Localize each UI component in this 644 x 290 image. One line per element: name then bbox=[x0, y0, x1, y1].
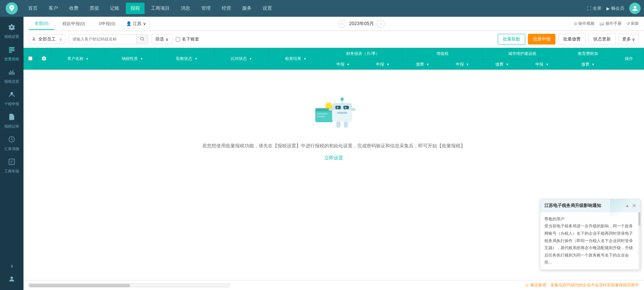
col-settings[interactable] bbox=[37, 48, 51, 70]
empty-state: 若您想使用批量报税功能，请先在【报税设置】中进行报税的初始化设置，完成密码验证和… bbox=[24, 70, 644, 181]
notif-scrollthumb[interactable] bbox=[638, 212, 640, 226]
vip-btn[interactable]: ▶ 畅会员 bbox=[606, 5, 624, 11]
sidebar-label-bizreport: 工商年报 bbox=[4, 169, 19, 174]
bulk-declare-btn[interactable]: 批量申报 bbox=[528, 34, 555, 45]
tabs-bar: 全部(0) 税款申报(0) 0申报(0) 👤 江苏 ∨ ‹ 2023年05月 › bbox=[23, 17, 644, 31]
account-checkbox-label[interactable]: 名下账套 bbox=[176, 36, 199, 42]
sidebar-download[interactable]: ⬇ bbox=[0, 261, 23, 272]
notif-scrollbar bbox=[638, 212, 640, 270]
nav-service[interactable]: 服务 bbox=[237, 3, 256, 14]
top-nav: 首页 客户 收费 票据 记账 报税 工商项目 消息 管理 经营 服务 设置 ⛶ … bbox=[0, 0, 644, 17]
sort-icon8: ▼ bbox=[426, 63, 429, 66]
tab-zero-declare[interactable]: 0申报(0) bbox=[93, 18, 121, 29]
search-input[interactable] bbox=[69, 35, 136, 43]
more-btn[interactable]: 更多 ∨ bbox=[619, 34, 639, 45]
search-button[interactable] bbox=[136, 35, 148, 44]
sidebar-item-personal[interactable]: 个税申报 bbox=[0, 87, 23, 110]
notif-content: 尊敬的用户: 受当前电子税务局进一步升级的影响，同一个政务网账号（办税人）名下的… bbox=[544, 216, 636, 266]
main-table: 客户名称 ▼ 纳税性质 ▼ 取数状态 ▼ 比对状态 bbox=[23, 48, 644, 181]
sort-icon: ▼ bbox=[86, 57, 89, 61]
svg-rect-28 bbox=[329, 108, 333, 111]
svg-rect-4 bbox=[9, 52, 12, 53]
sidebar-label-settlement: 汇算清缴 bbox=[4, 146, 19, 151]
filter-chevron-icon: ∨ bbox=[165, 37, 169, 42]
refresh-icon: ↺ bbox=[627, 21, 630, 26]
svg-point-10 bbox=[141, 37, 143, 40]
video-icon: ⊙ bbox=[574, 21, 577, 26]
sidebar-item-bulktax[interactable]: 批量报税 bbox=[0, 43, 23, 65]
svg-point-0 bbox=[634, 6, 636, 8]
employee-filter[interactable]: 全部员工 ∨ bbox=[29, 34, 65, 44]
svg-rect-13 bbox=[317, 113, 328, 115]
sort-icon7: ▼ bbox=[386, 63, 390, 66]
nav-invoice[interactable]: 票据 bbox=[85, 3, 104, 14]
nav-fee[interactable]: 收费 bbox=[64, 3, 83, 14]
nav-home[interactable]: 首页 bbox=[23, 3, 42, 14]
fullscreen-btn[interactable]: ⛶ 全屏 bbox=[587, 5, 601, 11]
toolbar-right: 批量取数 批量申报 批量缴费 状态更新 更多 ∨ bbox=[498, 34, 639, 45]
account-checkbox[interactable] bbox=[176, 37, 180, 42]
subh-city-pay: 缴费 ▼ bbox=[482, 60, 522, 70]
status-update-btn[interactable]: 状态更新 bbox=[588, 34, 616, 45]
empty-message: 若您想使用批量报税功能，请先在【报税设置】中进行报税的初始化设置，完成密码验证和… bbox=[202, 142, 465, 150]
sidebar-item-settlement[interactable]: 汇算清缴 bbox=[0, 132, 23, 155]
sidebar-item-taxoverview[interactable]: 报税总览 bbox=[0, 65, 23, 87]
notif-scroll-up-icon[interactable]: ▲ bbox=[625, 203, 629, 208]
tab-all[interactable]: 全部(0) bbox=[29, 18, 55, 30]
video-btn[interactable]: ⊙ 操作视频 bbox=[574, 21, 594, 26]
col-customer-name: 客户名称 ▼ bbox=[51, 48, 105, 70]
nav-message[interactable]: 消息 bbox=[176, 3, 195, 14]
subh-edu-pay: 缴费 ▼ bbox=[562, 60, 614, 70]
select-all-checkbox[interactable] bbox=[28, 56, 33, 61]
taxoverview-icon bbox=[8, 68, 15, 77]
sidebar-label-taxoverview: 报税总览 bbox=[4, 79, 19, 84]
nav-operation[interactable]: 经营 bbox=[217, 3, 236, 14]
tabs-right: ⊙ 操作视频 📖 操作手册 ↺ 刷新 bbox=[574, 21, 639, 26]
notification-popup: 江苏电子税务局升级影响通知 ▲ ✕ 尊敬的用户: 受当前电子税务局进一步升级的影… bbox=[540, 199, 641, 270]
bulk-fetch-btn[interactable]: 批量取数 bbox=[498, 34, 525, 45]
svg-point-33 bbox=[340, 97, 344, 101]
notif-title: 江苏电子税务局升级影响通知 bbox=[544, 203, 601, 209]
filter-button[interactable]: 筛选 ∨ bbox=[152, 34, 172, 44]
refresh-btn[interactable]: ↺ 刷新 bbox=[627, 21, 639, 26]
more-chevron-icon: ∨ bbox=[632, 37, 635, 42]
sidebar-item-bizreport[interactable]: 工商年报 bbox=[0, 155, 23, 177]
sidebar-label-taxsettings: 报税设置 bbox=[4, 34, 19, 39]
svg-rect-31 bbox=[344, 122, 348, 128]
manual-btn[interactable]: 📖 操作手册 bbox=[599, 21, 622, 26]
month-prev-btn[interactable]: ‹ bbox=[338, 20, 346, 28]
setup-link[interactable]: 立即设置 bbox=[324, 155, 343, 161]
sidebar-label-bulktax: 批量报税 bbox=[4, 57, 19, 62]
nav-bookkeeping[interactable]: 记账 bbox=[105, 3, 124, 14]
nav-tax[interactable]: 报税 bbox=[126, 3, 145, 14]
tab-tax-declare[interactable]: 税款申报(0) bbox=[56, 18, 91, 29]
month-next-btn[interactable]: › bbox=[377, 20, 385, 28]
tabs-left: 全部(0) 税款申报(0) 0申报(0) 👤 江苏 ∨ bbox=[29, 18, 149, 30]
region-icon: 👤 bbox=[126, 21, 131, 26]
col-vat: 增值税 bbox=[403, 48, 482, 60]
robot-illustration bbox=[310, 90, 357, 133]
nav-items: 首页 客户 收费 票据 记账 报税 工商项目 消息 管理 经营 服务 设置 bbox=[23, 3, 587, 14]
sort-icon11: ▼ bbox=[545, 63, 549, 66]
fullscreen-icon: ⛶ bbox=[587, 6, 591, 11]
sidebar-user[interactable] bbox=[0, 272, 23, 287]
notif-body[interactable]: 尊敬的用户: 受当前电子税务局进一步升级的影响，同一个政务网账号（办税人）名下的… bbox=[540, 212, 640, 270]
col-operation: 操作 bbox=[614, 48, 644, 70]
download-icon: ⬇ bbox=[10, 264, 13, 269]
settlement-icon bbox=[8, 136, 15, 145]
logo[interactable] bbox=[3, 0, 20, 17]
nav-management[interactable]: 管理 bbox=[197, 3, 215, 14]
nav-settings[interactable]: 设置 bbox=[258, 3, 277, 14]
region-selector[interactable]: 👤 江苏 ∨ bbox=[123, 19, 149, 28]
sidebar-item-taxsettings[interactable]: 报税设置 bbox=[0, 20, 23, 43]
nav-bizproject[interactable]: 工商项目 bbox=[146, 3, 174, 14]
svg-rect-26 bbox=[345, 107, 346, 108]
notif-close-btn[interactable]: ✕ bbox=[632, 203, 636, 209]
user-avatar[interactable] bbox=[629, 3, 641, 14]
bulk-pay-btn[interactable]: 批量缴费 bbox=[558, 34, 586, 45]
month-display: 2023年05月 bbox=[349, 21, 374, 27]
col-checkbox bbox=[24, 48, 37, 70]
nav-customer[interactable]: 客户 bbox=[44, 3, 63, 14]
vip-icon: ▶ bbox=[606, 6, 610, 11]
sidebar-item-taxrecord[interactable]: 报税记录 bbox=[0, 110, 23, 132]
